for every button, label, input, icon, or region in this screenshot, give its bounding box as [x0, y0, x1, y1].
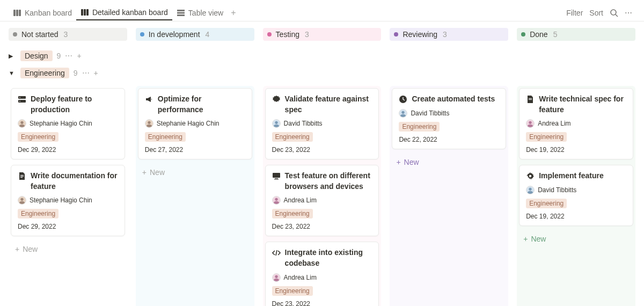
- card-tag: Engineering: [272, 132, 313, 142]
- card-integrate-codebase[interactable]: Integrate into existing codebase Andrea …: [265, 242, 379, 306]
- filter-button[interactable]: Filter: [563, 6, 586, 19]
- card-title: Implement feature: [539, 171, 604, 181]
- svg-point-48: [529, 175, 531, 177]
- chevron-right-icon[interactable]: ▶: [9, 53, 16, 60]
- new-card-button[interactable]: +New: [11, 242, 125, 257]
- svg-rect-4: [84, 9, 86, 16]
- card-assignee: Andrea Lim: [272, 273, 372, 282]
- avatar-icon: [18, 119, 26, 128]
- card-title: Deploy feature to production: [31, 94, 118, 115]
- svg-rect-11: [18, 96, 26, 99]
- gear-icon: [526, 172, 535, 180]
- column-header-in-development[interactable]: In development 4: [136, 28, 254, 41]
- svg-point-34: [275, 198, 277, 201]
- column-header-done[interactable]: Done 5: [517, 28, 635, 41]
- card-title: Optimize for performance: [158, 94, 245, 115]
- chevron-down-icon[interactable]: ▼: [9, 70, 16, 76]
- status-dot-icon: [140, 32, 144, 37]
- board-icon: [80, 8, 89, 17]
- column-header-reviewing[interactable]: Reviewing 3: [390, 28, 508, 41]
- avatar-icon: [18, 196, 26, 205]
- card-title: Integrate into existing codebase: [285, 247, 372, 268]
- more-icon[interactable]: ⋯: [82, 69, 90, 77]
- tab-table-view[interactable]: Table view: [172, 5, 228, 20]
- tab-label: Kanban board: [25, 9, 72, 17]
- more-icon[interactable]: ⋯: [65, 52, 72, 60]
- add-icon[interactable]: +: [94, 69, 98, 77]
- svg-point-37: [275, 275, 277, 278]
- card-tag: Engineering: [18, 209, 58, 218]
- card-date: Dec 23, 2022: [272, 300, 372, 306]
- column-header-testing[interactable]: Testing 3: [263, 28, 382, 41]
- plus-icon: +: [396, 158, 400, 166]
- card-implement-feature[interactable]: Implement feature David Tibbitts Enginee…: [519, 165, 633, 226]
- add-icon[interactable]: +: [77, 52, 81, 60]
- new-card-button[interactable]: +New: [519, 231, 633, 246]
- svg-rect-3: [81, 9, 83, 16]
- plus-icon: +: [142, 168, 147, 177]
- svg-rect-30: [273, 173, 280, 178]
- svg-rect-6: [177, 10, 185, 11]
- avatar-icon: [399, 109, 407, 118]
- plus-icon: +: [523, 235, 528, 243]
- document-icon: [526, 95, 535, 104]
- card-validate-spec[interactable]: Validate feature against spec David Tibb…: [265, 88, 379, 159]
- new-card-button[interactable]: +New: [392, 155, 506, 170]
- column-testing: Validate feature against spec David Tibb…: [263, 86, 382, 306]
- card-optimize-performance[interactable]: Optimize for performance Stephanie Hagio…: [138, 88, 252, 159]
- card-title: Write documentation for feature: [31, 171, 118, 192]
- search-icon[interactable]: [606, 6, 621, 19]
- clock-icon: [399, 95, 407, 104]
- card-deploy-feature[interactable]: Deploy feature to production Stephanie H…: [11, 88, 125, 159]
- card-write-documentation[interactable]: Write documentation for feature Stephani…: [11, 165, 125, 236]
- status-dot-icon: [521, 32, 525, 37]
- card-date: Dec 22, 2022: [399, 136, 499, 143]
- svg-point-14: [19, 101, 20, 102]
- megaphone-icon: [145, 95, 153, 104]
- svg-point-50: [529, 187, 532, 190]
- group-actions: ⋯ +: [82, 69, 98, 77]
- column-count: 3: [305, 30, 309, 39]
- tab-kanban-board[interactable]: Kanban board: [9, 5, 76, 20]
- group-design[interactable]: ▶ Design 9 ⋯ +: [0, 47, 644, 64]
- svg-point-13: [19, 97, 20, 98]
- card-assignee: Stephanie Hagio Chin: [145, 119, 245, 128]
- card-automated-tests[interactable]: Create automated tests David Tibbitts En…: [392, 88, 506, 149]
- card-assignee: Stephanie Hagio Chin: [18, 196, 118, 205]
- svg-rect-32: [274, 179, 279, 180]
- avatar-icon: [526, 186, 535, 194]
- group-engineering[interactable]: ▼ Engineering 9 ⋯ +: [0, 64, 644, 82]
- avatar-icon: [272, 196, 281, 205]
- svg-rect-2: [19, 10, 21, 16]
- card-date: Dec 19, 2022: [526, 213, 626, 220]
- column-header-not-started[interactable]: Not started 3: [9, 28, 127, 41]
- svg-line-10: [616, 14, 618, 17]
- card-assignee: Andrea Lim: [272, 196, 372, 205]
- tab-detailed-kanban-board[interactable]: Detailed kanban board: [76, 5, 172, 20]
- sort-button[interactable]: Sort: [586, 6, 606, 19]
- card-assignee: David Tibbitts: [399, 109, 499, 118]
- svg-point-22: [20, 198, 23, 201]
- svg-rect-1: [16, 10, 18, 16]
- add-view-button[interactable]: +: [228, 6, 239, 20]
- card-test-browsers[interactable]: Test feature on different browsers and d…: [265, 165, 379, 236]
- svg-rect-5: [86, 9, 89, 16]
- more-icon[interactable]: ⋯: [621, 6, 635, 19]
- svg-rect-20: [20, 177, 23, 178]
- card-technical-spec[interactable]: Write technical spec for feature Andrea …: [519, 88, 633, 159]
- card-assignee: David Tibbitts: [526, 186, 626, 194]
- monitor-icon: [272, 172, 281, 180]
- column-label: Not started: [21, 30, 58, 39]
- card-title: Write technical spec for feature: [539, 94, 626, 115]
- group-label: Engineering: [20, 68, 69, 78]
- svg-point-46: [529, 121, 532, 124]
- svg-rect-7: [177, 12, 185, 13]
- status-dot-icon: [13, 32, 17, 37]
- column-reviewing: Create automated tests David Tibbitts En…: [390, 86, 508, 306]
- code-icon: [272, 249, 281, 257]
- svg-point-9: [611, 10, 616, 15]
- avatar-icon: [145, 119, 153, 128]
- card-assignee: Andrea Lim: [526, 119, 626, 128]
- column-in-development: Optimize for performance Stephanie Hagio…: [136, 86, 254, 306]
- new-card-button[interactable]: +New: [138, 165, 252, 180]
